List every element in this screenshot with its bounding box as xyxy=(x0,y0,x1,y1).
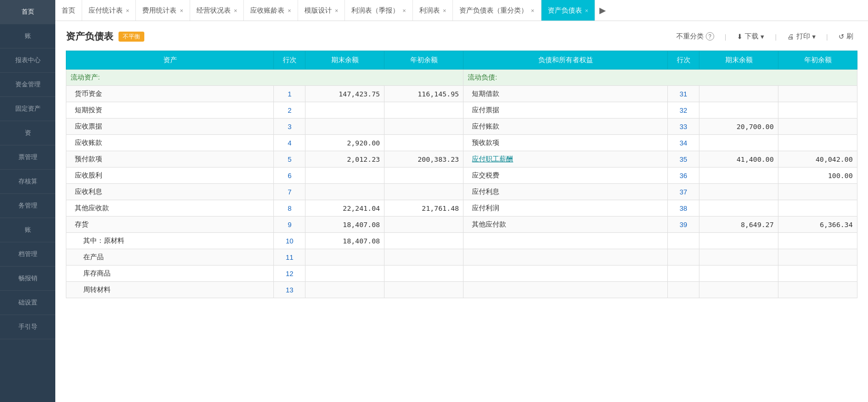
right-label xyxy=(463,249,668,266)
sidebar-item-fund-management[interactable]: 资金管理 xyxy=(0,73,55,97)
right-end-balance xyxy=(699,86,778,102)
tab-payable-stats[interactable]: 应付统计表 × xyxy=(82,0,136,21)
left-label: 其他应收款 xyxy=(66,200,274,217)
right-label: 其他应付款 xyxy=(463,217,668,233)
left-row-num: 8 xyxy=(274,200,305,217)
left-label: 应收账款 xyxy=(66,135,274,151)
toolbar-divider-2: | xyxy=(775,33,776,41)
tab-business-status[interactable]: 经营状况表 × xyxy=(190,0,244,21)
right-end-balance xyxy=(699,168,778,184)
tab-receivable-aging[interactable]: 应收账龄表 × xyxy=(244,0,298,21)
sidebar-item-archive-management[interactable]: 档管理 xyxy=(0,242,55,267)
right-end-balance xyxy=(699,249,778,266)
download-button[interactable]: ⬇ 下载 ▾ xyxy=(733,30,768,43)
tab-template-design[interactable]: 模版设计 × xyxy=(298,0,345,21)
page-title-area: 资产负债表 不平衡 xyxy=(66,30,144,43)
balance-sheet-table: 资产 行次 期末余额 年初余额 负债和所有者权益 行次 期末余额 年初余额 流动… xyxy=(66,51,857,298)
sidebar-item-ledger[interactable]: 账 xyxy=(0,218,55,242)
table-row: 其中：原材料 10 18,407.08 xyxy=(66,233,857,249)
tab-balance-reclassify[interactable]: 资产负债表（重分类） × xyxy=(453,0,541,21)
sidebar-item-home[interactable]: 首页 xyxy=(0,0,55,24)
left-label: 短期投资 xyxy=(66,102,274,119)
tab-home[interactable]: 首页 xyxy=(55,0,82,21)
header-year-start-balance: 年初余额 xyxy=(384,51,463,70)
page-header: 资产负债表 不平衡 不重分类 ? | ⬇ 下载 ▾ | 🖨 打印 ▾ xyxy=(66,30,857,43)
header-row-num2: 行次 xyxy=(668,51,699,70)
unbalanced-badge: 不平衡 xyxy=(119,32,144,42)
sidebar-item-settings[interactable]: 础设置 xyxy=(0,291,55,315)
left-row-num: 4 xyxy=(274,135,305,151)
left-row-num: 3 xyxy=(274,119,305,135)
left-end-balance xyxy=(305,184,384,200)
right-end-balance xyxy=(699,135,778,151)
sidebar-item-guide[interactable]: 手引导 xyxy=(0,315,55,339)
sidebar-item-report-center[interactable]: 报表中心 xyxy=(0,48,55,73)
toolbar-divider-3: | xyxy=(826,33,828,41)
close-tab-payable-stats[interactable]: × xyxy=(126,7,129,14)
header-end-balance: 期末余额 xyxy=(305,51,384,70)
right-start-balance xyxy=(778,266,857,282)
left-start-balance xyxy=(384,135,463,151)
right-label: 应付票据 xyxy=(463,102,668,119)
right-end-balance xyxy=(699,102,778,119)
table-row: 应收利息 7 应付利息 37 xyxy=(66,184,857,200)
left-row-num: 11 xyxy=(274,249,305,266)
tab-scroll-right[interactable]: ▶ xyxy=(595,5,610,15)
right-row-num: 38 xyxy=(668,200,699,217)
left-start-balance: 116,145.95 xyxy=(384,86,463,102)
table-row: 应收票据 3 应付账款 33 20,700.00 xyxy=(66,119,857,135)
header-year-start-balance2: 年初余额 xyxy=(778,51,857,70)
sidebar-item-business-management[interactable]: 务管理 xyxy=(0,194,55,218)
tab-bar: 首页 应付统计表 × 费用统计表 × 经营状况表 × 应收账龄表 × 模版设计 … xyxy=(55,0,868,21)
close-tab-expense-stats[interactable]: × xyxy=(180,7,183,14)
close-tab-balance-reclassify[interactable]: × xyxy=(531,7,534,14)
right-start-balance xyxy=(778,135,857,151)
sidebar-item-ticket-management[interactable]: 票管理 xyxy=(0,145,55,170)
right-label xyxy=(463,282,668,298)
header-liability: 负债和所有者权益 xyxy=(463,51,668,70)
tab-profit[interactable]: 利润表 × xyxy=(413,0,453,21)
toolbar: 不重分类 ? | ⬇ 下载 ▾ | 🖨 打印 ▾ | ↺ 刷 xyxy=(672,30,857,43)
table-row: 短期投资 2 应付票据 32 xyxy=(66,102,857,119)
left-end-balance xyxy=(305,102,384,119)
tab-balance[interactable]: 资产负债表 × xyxy=(541,0,595,21)
close-tab-profit[interactable]: × xyxy=(443,7,446,14)
right-start-balance: 6,366.34 xyxy=(778,217,857,233)
download-dropdown-icon: ▾ xyxy=(761,33,764,41)
left-row-num: 10 xyxy=(274,233,305,249)
tab-profit-quarterly[interactable]: 利润表（季报） × xyxy=(345,0,412,21)
tab-expense-stats[interactable]: 费用统计表 × xyxy=(136,0,190,21)
help-icon[interactable]: ? xyxy=(706,32,714,41)
close-tab-business-status[interactable]: × xyxy=(234,7,237,14)
left-end-balance xyxy=(305,266,384,282)
right-start-balance: 40,042.00 xyxy=(778,151,857,168)
close-tab-receivable-aging[interactable]: × xyxy=(288,7,291,14)
left-label: 预付款项 xyxy=(66,151,274,168)
print-button[interactable]: 🖨 打印 ▾ xyxy=(783,30,820,43)
refresh-button[interactable]: ↺ 刷 xyxy=(834,30,857,43)
sidebar-item-assets[interactable]: 资 xyxy=(0,121,55,145)
sidebar-item-expense[interactable]: 畅报销 xyxy=(0,267,55,291)
left-row-num: 13 xyxy=(274,282,305,298)
sidebar-item-inventory[interactable]: 存核算 xyxy=(0,170,55,194)
right-row-num: 32 xyxy=(668,102,699,119)
close-tab-profit-quarterly[interactable]: × xyxy=(402,7,406,14)
sidebar-item-account[interactable]: 账 xyxy=(0,24,55,48)
left-end-balance xyxy=(305,249,384,266)
right-start-balance xyxy=(778,86,857,102)
refresh-icon: ↺ xyxy=(839,33,844,41)
close-tab-balance[interactable]: × xyxy=(585,7,588,14)
close-tab-template-design[interactable]: × xyxy=(335,7,338,14)
sidebar-item-fixed-assets[interactable]: 固定资产 xyxy=(0,97,55,121)
right-start-balance xyxy=(778,282,857,298)
left-end-balance xyxy=(305,282,384,298)
print-dropdown-icon: ▾ xyxy=(812,33,816,41)
table-row: 其他应收款 8 22,241.04 21,761.48 应付利润 38 xyxy=(66,200,857,217)
left-end-balance xyxy=(305,119,384,135)
no-reclassify-button[interactable]: 不重分类 ? xyxy=(672,30,718,43)
section-left-label: 流动资产: xyxy=(66,70,463,86)
table-row: 应收股利 6 应交税费 36 100.00 xyxy=(66,168,857,184)
right-row-num xyxy=(668,266,699,282)
left-end-balance: 147,423.75 xyxy=(305,86,384,102)
right-label: 短期借款 xyxy=(463,86,668,102)
